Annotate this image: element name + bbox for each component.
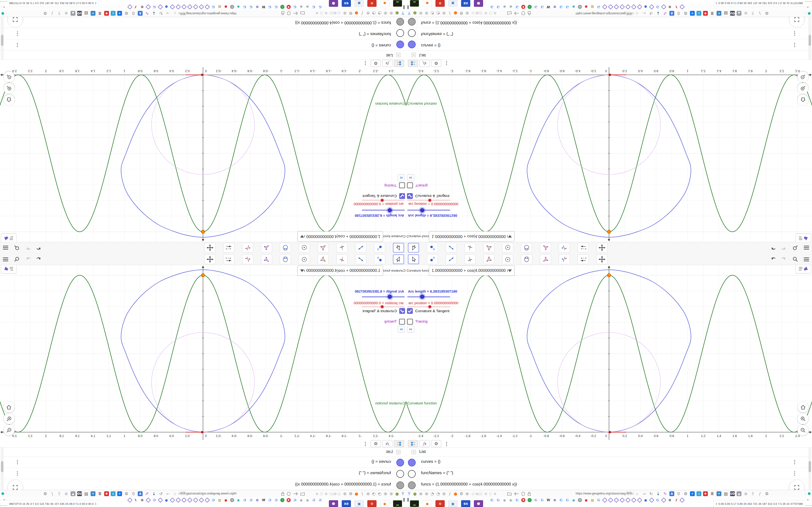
globe-extension[interactable]: ⊕ [365, 491, 371, 497]
back-arrow-icon[interactable] [293, 11, 298, 15]
arc-position-slider[interactable] [407, 200, 450, 201]
curve-text-label[interactable]: Curvature function [407, 401, 437, 405]
shield-icon[interactable] [521, 11, 525, 15]
function-dropdown[interactable]: 1.000000000000 + cos(4.000000000000 x) [429, 231, 514, 241]
tool-circle-with-center[interactable] [502, 255, 513, 264]
bookmark-favicon[interactable]: f [134, 5, 138, 9]
folder-icon[interactable] [507, 11, 512, 15]
bookmark-favicon[interactable]: Я [521, 498, 525, 502]
faded-extension[interactable]: ● [470, 491, 475, 497]
trash-extension[interactable]: Ⅲ [97, 10, 102, 16]
terminal-app[interactable]: ▂ [410, 0, 419, 7]
down-blue-extension[interactable]: ↓ [697, 11, 701, 16]
adblock-extension[interactable]: ✱ [703, 491, 708, 496]
search-button[interactable] [791, 255, 800, 264]
scrollbar-thumb[interactable] [809, 461, 811, 472]
firefox-app[interactable]: ● [380, 500, 389, 507]
menu-button[interactable] [802, 255, 811, 264]
arc-position-slider[interactable] [362, 306, 405, 307]
algebra-tree-view-button[interactable] [394, 440, 404, 447]
visibility-marble[interactable] [396, 482, 404, 489]
gear-extension[interactable]: ⚙ [764, 10, 769, 16]
bookmark-favicon[interactable]: f [134, 498, 138, 502]
bookmark-favicon[interactable]: ▨ [217, 498, 221, 502]
graphics-stylebar-button[interactable] [1, 265, 16, 273]
bookmark-favicon[interactable]: ⚙ [140, 498, 144, 502]
visibility-marble[interactable] [408, 482, 416, 489]
bookmark-favicon[interactable]: G [318, 498, 322, 502]
bookmark-favicon[interactable] [182, 4, 187, 9]
visibility-marble[interactable] [396, 41, 404, 48]
balloon-extension[interactable]: Y [406, 491, 412, 497]
play-pause-button[interactable] [407, 326, 414, 332]
plot-point[interactable] [609, 431, 611, 433]
bookmark-favicon[interactable] [176, 498, 181, 503]
tool-polygon[interactable] [483, 243, 495, 252]
tool-circle-with-center[interactable] [299, 255, 310, 264]
page-zoom-badge[interactable]: 81% [179, 491, 187, 495]
collapse-list-button[interactable]: − [396, 450, 401, 454]
bookmark-favicon[interactable]: ▨ [217, 5, 221, 9]
clipboard-extension[interactable]: ▤ [723, 491, 728, 497]
add-extension[interactable]: + [690, 11, 695, 16]
bookmark-favicon[interactable]: ◉ [299, 5, 303, 9]
search-button[interactable] [12, 243, 21, 252]
bookmark-favicon[interactable]: G [268, 498, 272, 502]
gear-extension[interactable]: ⚙ [348, 491, 353, 497]
plot-point[interactable] [201, 230, 205, 233]
tool-reflect[interactable] [242, 255, 253, 264]
globe-extension[interactable]: ⊕ [389, 10, 394, 16]
thumb-extension[interactable]: ⇧ [750, 491, 755, 497]
settings-app[interactable]: ⚙ [436, 0, 445, 7]
algebra-scrollbar[interactable] [1, 17, 4, 59]
collapse-chevrons-icon[interactable]: ∧∧ [716, 2, 717, 5]
gear-extension[interactable]: ⚙ [43, 491, 48, 497]
bookmark-favicon[interactable]: G [534, 498, 538, 502]
bookmark-favicon[interactable] [614, 498, 619, 503]
globe-gray-extension[interactable]: ⊕ [743, 491, 749, 497]
bookmark-favicon[interactable] [649, 498, 654, 503]
list-header-row[interactable]: − List [406, 51, 812, 59]
trash-extension[interactable]: Ⅲ [97, 491, 102, 497]
menu-button[interactable] [1, 243, 10, 252]
display-app[interactable]: ▣ [355, 500, 364, 507]
function-dropdown[interactable]: 1.000000000000 + cos(4.000000000000 x) [298, 266, 383, 276]
bookmark-favicon[interactable]: G [274, 498, 278, 502]
wrench-extension[interactable]: ∕ [757, 10, 762, 16]
wrench-extension[interactable]: ∕ [447, 10, 452, 16]
bookmark-favicon[interactable] [158, 4, 163, 9]
tool-move[interactable] [393, 255, 404, 264]
address-bar-url[interactable]: https://www.geogebra.org/classic/aagcxh3… [576, 492, 633, 495]
faded-extension[interactable]: ● [337, 10, 342, 16]
list-header-row[interactable]: − List [406, 448, 812, 456]
reload-icon[interactable]: ↻ [158, 10, 164, 16]
shield-extension[interactable]: ▲ [737, 11, 742, 16]
bookmark-favicon[interactable]: G [490, 498, 494, 502]
collapse-list-button[interactable]: − [411, 53, 416, 57]
tracing-checkbox[interactable] [399, 319, 405, 325]
add-extension[interactable]: + [117, 11, 122, 16]
tracing-checkbox[interactable] [399, 182, 405, 188]
algebra-settings-button[interactable]: ⚙ [431, 60, 441, 67]
algebra-fx-button[interactable]: ƒx [382, 60, 393, 67]
arrow-icon[interactable]: → [165, 491, 170, 497]
arc-length-slider[interactable] [407, 210, 450, 211]
globe-extension[interactable]: ⊕ [418, 491, 423, 497]
globe-extension[interactable]: ⊕ [464, 491, 470, 497]
firefox-icon[interactable]: ● [354, 491, 359, 497]
pen-extension[interactable]: ✎ [662, 491, 668, 497]
bookmark-favicon[interactable] [637, 4, 642, 9]
algebra-settings-button[interactable]: ⚙ [431, 440, 441, 447]
globe-color-extension[interactable]: ✳ [717, 11, 721, 16]
bookmark-favicon[interactable]: ◉ [502, 498, 507, 502]
bookmark-favicon[interactable]: G [656, 498, 660, 502]
bookmark-favicon[interactable]: G [559, 5, 563, 9]
redo-button[interactable] [24, 243, 33, 252]
page-zoom-badge[interactable]: 81% [179, 12, 187, 16]
bookmark-favicon[interactable]: G [243, 5, 247, 9]
tool-move-graphics-view[interactable] [204, 243, 215, 252]
gear-extension[interactable]: ⚙ [459, 10, 464, 16]
globe-extension[interactable]: ⊕ [389, 491, 394, 497]
bookmark-favicon[interactable]: G [490, 5, 494, 9]
tool-circle-with-center[interactable] [502, 243, 513, 252]
